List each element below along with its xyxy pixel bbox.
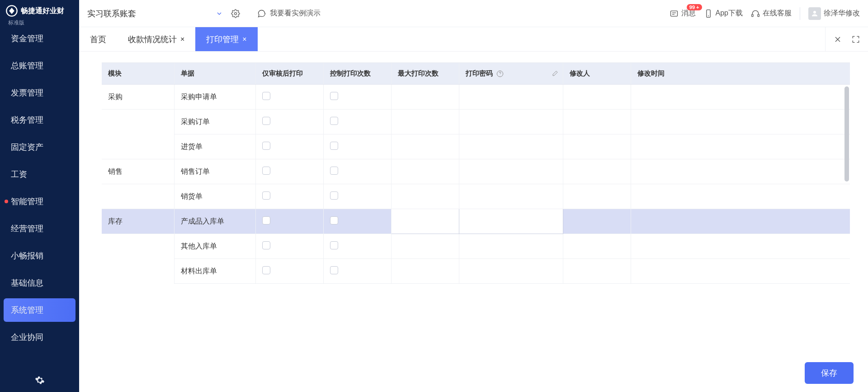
cell-modify-time bbox=[631, 259, 850, 284]
tab-close-icon[interactable]: × bbox=[180, 35, 184, 43]
online-service-label: 在线客服 bbox=[763, 9, 792, 18]
cell-doc: 采购订单 bbox=[174, 110, 255, 134]
cell-max-count bbox=[391, 110, 459, 134]
checkbox-audit-only[interactable] bbox=[262, 167, 270, 175]
table-row[interactable]: 销货单 bbox=[102, 184, 850, 209]
checkbox-control-count[interactable] bbox=[330, 142, 338, 150]
th-audit-only: 仅审核后打印 bbox=[255, 63, 323, 85]
checkbox-audit-only[interactable] bbox=[262, 241, 270, 249]
tab-tools bbox=[825, 27, 868, 51]
nav-item-6[interactable]: 智能管理 bbox=[0, 188, 79, 215]
nav-item-0[interactable]: 资金管理 bbox=[0, 30, 79, 52]
cell-modifier bbox=[563, 234, 631, 259]
save-button[interactable]: 保存 bbox=[805, 362, 854, 384]
cell-modifier bbox=[563, 134, 631, 159]
svg-point-1 bbox=[235, 12, 237, 14]
headset-icon bbox=[751, 9, 760, 18]
account-selector[interactable]: 实习联系账套 bbox=[87, 8, 223, 19]
fullscreen-icon bbox=[851, 35, 860, 44]
checkbox-audit-only[interactable] bbox=[262, 216, 270, 225]
th-doc: 单据 bbox=[174, 63, 255, 85]
cell-doc: 产成品入库单 bbox=[174, 209, 255, 234]
cell-modifier bbox=[563, 209, 631, 234]
nav-item-8[interactable]: 小畅报销 bbox=[0, 242, 79, 269]
tab-0[interactable]: 首页 bbox=[79, 27, 117, 51]
fullscreen-button[interactable] bbox=[848, 32, 863, 47]
nav-item-7[interactable]: 经营管理 bbox=[0, 215, 79, 242]
checkbox-control-count[interactable] bbox=[330, 92, 338, 100]
user-menu[interactable]: 徐泽华修改 bbox=[808, 7, 860, 20]
demo-link[interactable]: 我要看实例演示 bbox=[257, 9, 321, 18]
cell-password bbox=[459, 259, 563, 284]
mobile-icon bbox=[704, 9, 713, 18]
cell-max-count[interactable] bbox=[391, 209, 459, 234]
edit-column-icon[interactable] bbox=[551, 70, 558, 77]
username: 徐泽华修改 bbox=[824, 9, 860, 18]
nav-item-4[interactable]: 固定资产 bbox=[0, 134, 79, 161]
cell-max-count bbox=[391, 159, 459, 184]
cell-modifier bbox=[563, 259, 631, 284]
cell-modify-time bbox=[631, 234, 850, 259]
cell-max-count bbox=[391, 234, 459, 259]
cell-module bbox=[102, 134, 174, 159]
cell-modify-time bbox=[631, 184, 850, 209]
checkbox-control-count[interactable] bbox=[330, 167, 338, 175]
nav-item-11[interactable]: 企业协同 bbox=[0, 324, 79, 351]
settings-icon[interactable] bbox=[35, 375, 45, 385]
checkbox-control-count[interactable] bbox=[330, 216, 338, 225]
nav-item-2[interactable]: 发票管理 bbox=[0, 79, 79, 106]
footer: 保存 bbox=[805, 362, 854, 384]
checkbox-control-count[interactable] bbox=[330, 241, 338, 249]
cell-audit-only bbox=[255, 85, 323, 110]
checkbox-control-count[interactable] bbox=[330, 117, 338, 125]
checkbox-audit-only[interactable] bbox=[262, 142, 270, 150]
table-row[interactable]: 采购订单 bbox=[102, 110, 850, 134]
scrollbar[interactable] bbox=[844, 86, 849, 182]
table-row[interactable]: 采购采购申请单 bbox=[102, 85, 850, 110]
cell-password[interactable] bbox=[459, 209, 563, 234]
checkbox-audit-only[interactable] bbox=[262, 117, 270, 125]
close-all-tabs-button[interactable] bbox=[830, 32, 845, 47]
table-row[interactable]: 库存产成品入库单 bbox=[102, 209, 850, 234]
account-settings-icon[interactable] bbox=[231, 9, 240, 18]
messages-badge: 99 + bbox=[687, 4, 702, 10]
nav-item-1[interactable]: 总账管理 bbox=[0, 52, 79, 79]
nav-item-9[interactable]: 基础信息 bbox=[0, 269, 79, 296]
nav-item-3[interactable]: 税务管理 bbox=[0, 106, 79, 134]
table-row[interactable]: 材料出库单 bbox=[102, 259, 850, 284]
svg-rect-2 bbox=[670, 11, 677, 16]
checkbox-audit-only[interactable] bbox=[262, 191, 270, 200]
avatar-icon bbox=[808, 7, 821, 20]
svg-rect-6 bbox=[758, 14, 759, 16]
tab-label: 打印管理 bbox=[206, 34, 239, 45]
online-service-button[interactable]: 在线客服 bbox=[751, 9, 792, 18]
tab-2[interactable]: 打印管理× bbox=[195, 27, 257, 51]
message-icon bbox=[670, 9, 679, 18]
th-control-count: 控制打印次数 bbox=[323, 63, 391, 85]
table-row[interactable]: 销售销售订单 bbox=[102, 159, 850, 184]
help-icon[interactable] bbox=[496, 70, 504, 77]
checkbox-control-count[interactable] bbox=[330, 266, 338, 274]
checkbox-audit-only[interactable] bbox=[262, 92, 270, 100]
messages-button[interactable]: 消息 99 + bbox=[670, 9, 696, 18]
brand-name: 畅捷通好业财 bbox=[21, 6, 64, 16]
app-download-button[interactable]: App下载 bbox=[704, 9, 743, 18]
cell-control-count bbox=[323, 159, 391, 184]
cell-doc: 材料出库单 bbox=[174, 259, 255, 284]
checkbox-audit-only[interactable] bbox=[262, 266, 270, 274]
nav-item-5[interactable]: 工资 bbox=[0, 161, 79, 188]
close-icon bbox=[833, 35, 842, 44]
cell-doc: 销货单 bbox=[174, 184, 255, 209]
nav-item-10[interactable]: 系统管理 bbox=[4, 298, 75, 322]
tab-1[interactable]: 收款情况统计× bbox=[117, 27, 195, 51]
tab-label: 首页 bbox=[90, 34, 106, 45]
table-wrap: 模块 单据 仅审核后打印 控制打印次数 最大打印次数 打印密码 修改人 bbox=[102, 62, 850, 284]
table-row[interactable]: 进货单 bbox=[102, 134, 850, 159]
table-row[interactable]: 其他入库单 bbox=[102, 234, 850, 259]
cell-modifier bbox=[563, 159, 631, 184]
topbar: 实习联系账套 我要看实例演示 消息 99 + App下载 在线客服 bbox=[79, 0, 868, 27]
tab-close-icon[interactable]: × bbox=[242, 35, 246, 43]
svg-rect-5 bbox=[752, 14, 753, 16]
checkbox-control-count[interactable] bbox=[330, 191, 338, 200]
cell-modifier bbox=[563, 85, 631, 110]
